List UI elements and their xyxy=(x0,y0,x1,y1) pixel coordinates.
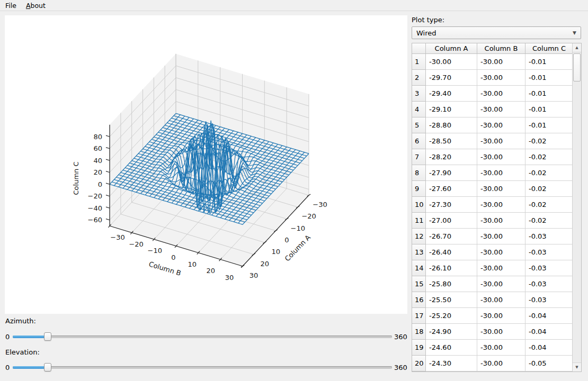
table-cell[interactable]: -29.70 xyxy=(426,70,477,86)
table-cell[interactable]: -25.80 xyxy=(426,276,477,292)
table-cell[interactable]: -0.02 xyxy=(525,197,573,213)
table-cell[interactable]: -0.05 xyxy=(525,356,573,371)
table-cell[interactable]: -25.50 xyxy=(426,292,477,308)
table-cell[interactable]: -0.04 xyxy=(525,324,573,340)
row-header[interactable]: 14 xyxy=(412,260,426,276)
table-cell[interactable]: -0.03 xyxy=(525,276,573,292)
row-header[interactable]: 8 xyxy=(412,165,426,181)
table-cell[interactable]: -0.04 xyxy=(525,340,573,356)
menu-item-about[interactable]: About xyxy=(26,2,46,10)
scrollbar-thumb[interactable] xyxy=(573,53,581,81)
table-cell[interactable]: -27.00 xyxy=(426,213,477,229)
table-cell[interactable]: -30.00 xyxy=(477,102,525,117)
row-header[interactable]: 15 xyxy=(412,276,426,292)
row-header[interactable]: 20 xyxy=(412,356,426,371)
table-cell[interactable]: -30.00 xyxy=(477,229,525,244)
table-cell[interactable]: -30.00 xyxy=(477,324,525,340)
table-cell[interactable]: -30.00 xyxy=(477,181,525,197)
table-scrollbar[interactable]: ▲ ▼ xyxy=(572,43,581,371)
table-corner-cell[interactable] xyxy=(412,43,426,54)
table-cell[interactable]: -26.40 xyxy=(426,244,477,260)
table-cell[interactable]: -27.30 xyxy=(426,197,477,213)
row-header[interactable]: 18 xyxy=(412,324,426,340)
table-cell[interactable]: -30.00 xyxy=(477,308,525,324)
table-cell[interactable]: -0.03 xyxy=(525,260,573,276)
table-cell[interactable]: -24.60 xyxy=(426,340,477,356)
azimuth-slider-track[interactable] xyxy=(13,335,392,338)
table-cell[interactable]: -30.00 xyxy=(477,276,525,292)
row-header[interactable]: 6 xyxy=(412,133,426,149)
table-cell[interactable]: -30.00 xyxy=(426,54,477,70)
row-header[interactable]: 19 xyxy=(412,340,426,356)
elevation-slider-handle[interactable] xyxy=(44,363,51,371)
scroll-down-icon[interactable]: ▼ xyxy=(573,362,581,371)
table-cell[interactable]: -30.00 xyxy=(477,260,525,276)
table-cell[interactable]: -30.00 xyxy=(477,244,525,260)
plot-type-combobox[interactable]: Wired ▼ xyxy=(412,26,581,39)
row-header[interactable]: 9 xyxy=(412,181,426,197)
table-cell[interactable]: -26.70 xyxy=(426,229,477,244)
table-cell[interactable]: -30.00 xyxy=(477,356,525,371)
table-cell[interactable]: -30.00 xyxy=(477,197,525,213)
table-cell[interactable]: -0.01 xyxy=(525,117,573,133)
table-cell[interactable]: -30.00 xyxy=(477,133,525,149)
table-cell[interactable]: -30.00 xyxy=(477,54,525,70)
table-cell[interactable]: -30.00 xyxy=(477,213,525,229)
plot-canvas[interactable]: −30−20−100102030−30−20−10010203080604020… xyxy=(5,15,407,314)
table-cell[interactable]: -0.03 xyxy=(525,229,573,244)
row-header[interactable] xyxy=(412,371,426,372)
table-cell[interactable]: -0.02 xyxy=(525,165,573,181)
column-header-column-a[interactable]: Column A xyxy=(426,43,477,54)
table-cell[interactable]: -29.40 xyxy=(426,86,477,102)
table-cell[interactable]: -29.10 xyxy=(426,102,477,117)
table-cell[interactable]: -0.03 xyxy=(525,244,573,260)
table-cell[interactable]: -27.60 xyxy=(426,181,477,197)
row-header[interactable]: 1 xyxy=(412,54,426,70)
table-cell[interactable]: -30.00 xyxy=(477,86,525,102)
row-header[interactable]: 17 xyxy=(412,308,426,324)
table-cell[interactable]: -24.90 xyxy=(426,324,477,340)
table-cell[interactable]: -24.30 xyxy=(426,356,477,371)
table-cell[interactable]: -0.04 xyxy=(525,308,573,324)
row-header[interactable]: 4 xyxy=(412,102,426,117)
table-cell[interactable]: -25.20 xyxy=(426,308,477,324)
table-cell[interactable]: -30.00 xyxy=(477,165,525,181)
row-header[interactable]: 2 xyxy=(412,70,426,86)
scroll-up-icon[interactable]: ▲ xyxy=(573,43,581,52)
table-cell[interactable]: -27.90 xyxy=(426,165,477,181)
row-header[interactable]: 11 xyxy=(412,213,426,229)
column-header-column-b[interactable]: Column B xyxy=(477,43,525,54)
column-header-column-c[interactable]: Column C xyxy=(525,43,573,54)
table-cell[interactable] xyxy=(525,371,573,372)
table-cell[interactable]: -0.02 xyxy=(525,133,573,149)
row-header[interactable]: 12 xyxy=(412,229,426,244)
table-cell[interactable]: -30.00 xyxy=(477,340,525,356)
row-header[interactable]: 3 xyxy=(412,86,426,102)
table-cell[interactable]: -0.03 xyxy=(525,292,573,308)
table-cell[interactable]: -30.00 xyxy=(477,70,525,86)
table-cell[interactable]: -28.80 xyxy=(426,117,477,133)
row-header[interactable]: 13 xyxy=(412,244,426,260)
table-cell[interactable] xyxy=(426,371,477,372)
table-cell[interactable] xyxy=(477,371,525,372)
row-header[interactable]: 10 xyxy=(412,197,426,213)
table-cell[interactable]: -0.02 xyxy=(525,149,573,165)
table-cell[interactable]: -28.20 xyxy=(426,149,477,165)
table-cell[interactable]: -28.50 xyxy=(426,133,477,149)
table-cell[interactable]: -26.10 xyxy=(426,260,477,276)
row-header[interactable]: 16 xyxy=(412,292,426,308)
row-header[interactable]: 5 xyxy=(412,117,426,133)
table-cell[interactable]: -0.01 xyxy=(525,54,573,70)
elevation-slider-track[interactable] xyxy=(13,366,392,369)
table-cell[interactable]: -30.00 xyxy=(477,292,525,308)
table-cell[interactable]: -0.02 xyxy=(525,181,573,197)
table-cell[interactable]: -0.01 xyxy=(525,70,573,86)
table-cell[interactable]: -30.00 xyxy=(477,117,525,133)
table-cell[interactable]: -0.01 xyxy=(525,86,573,102)
azimuth-slider-handle[interactable] xyxy=(44,332,51,341)
table-cell[interactable]: -30.00 xyxy=(477,149,525,165)
menu-item-file[interactable]: File xyxy=(5,2,16,10)
table-cell[interactable]: -0.02 xyxy=(525,213,573,229)
row-header[interactable]: 7 xyxy=(412,149,426,165)
table-cell[interactable]: -0.01 xyxy=(525,102,573,117)
